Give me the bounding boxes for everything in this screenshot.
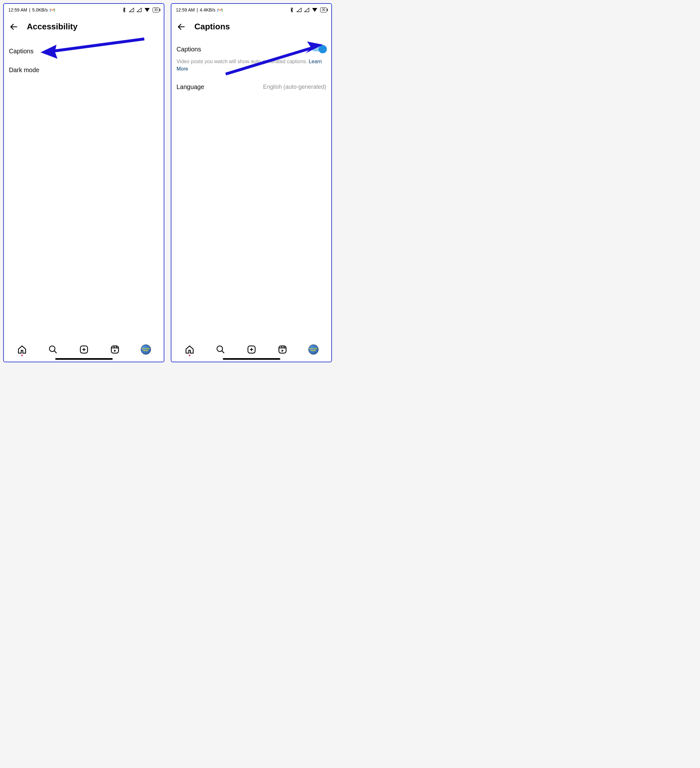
bluetooth-icon xyxy=(122,7,126,13)
nav-search[interactable] xyxy=(48,344,58,355)
back-button[interactable] xyxy=(176,22,186,32)
profile-avatar: BETTER HERE xyxy=(141,344,151,355)
gmail-icon xyxy=(217,8,222,12)
help-text-body: Video posts you watch will show auto-gen… xyxy=(176,59,307,64)
nav-profile[interactable]: BETTER HERE xyxy=(308,344,319,355)
gmail-icon xyxy=(50,8,55,12)
phone-accessibility: 12:59 AM | 5.0KB/s 30 Accessibility Capt… xyxy=(3,3,165,362)
phone-captions: 12:59 AM | 4.4KB/s 30 Captions Captions xyxy=(171,3,332,362)
back-button[interactable] xyxy=(9,22,19,32)
status-right: 30 xyxy=(289,7,327,13)
nav-home[interactable] xyxy=(17,344,27,355)
status-bar: 12:59 AM | 5.0KB/s 30 xyxy=(4,4,164,16)
header: Accessibility xyxy=(4,16,164,38)
svg-point-0 xyxy=(49,346,55,352)
nav-create[interactable] xyxy=(246,344,257,355)
status-left: 12:59 AM | 4.4KB/s xyxy=(176,7,222,13)
status-divider: | xyxy=(197,7,198,13)
battery-icon: 30 xyxy=(320,7,327,13)
status-bar: 12:59 AM | 4.4KB/s 30 xyxy=(171,4,331,16)
toggle-thumb xyxy=(318,45,327,53)
content-area: Captions Video posts you watch will show… xyxy=(171,38,331,339)
status-left: 12:59 AM | 5.0KB/s xyxy=(8,7,55,13)
battery-icon: 30 xyxy=(153,7,159,13)
page-title: Accessibility xyxy=(27,22,78,32)
nav-reels[interactable] xyxy=(109,344,120,355)
svg-rect-5 xyxy=(279,346,286,354)
status-right: 30 xyxy=(122,7,159,13)
nav-reels[interactable] xyxy=(277,344,288,355)
language-value: English (auto-generated) xyxy=(263,84,326,90)
wifi-icon xyxy=(312,8,318,12)
signal-1-icon xyxy=(297,8,302,12)
svg-point-3 xyxy=(217,346,222,352)
list-item-captions[interactable]: Captions xyxy=(9,42,159,61)
list-item-dark-mode[interactable]: Dark mode xyxy=(9,61,159,80)
wifi-icon xyxy=(144,8,150,12)
signal-2-icon xyxy=(137,8,142,12)
home-notification-dot xyxy=(189,355,190,356)
nav-profile[interactable]: BETTER HERE xyxy=(141,344,151,355)
status-divider: | xyxy=(29,7,30,13)
gesture-bar xyxy=(55,358,113,360)
status-time: 12:59 AM xyxy=(8,7,27,13)
gesture-bar xyxy=(223,358,280,360)
profile-avatar: BETTER HERE xyxy=(308,344,318,355)
captions-label: Captions xyxy=(176,46,201,53)
header: Captions xyxy=(171,16,331,38)
status-speed: 5.0KB/s xyxy=(32,7,48,13)
captions-toggle[interactable] xyxy=(312,45,326,53)
page-title: Captions xyxy=(194,22,230,32)
captions-help-text: Video posts you watch will show auto-gen… xyxy=(176,55,326,79)
signal-2-icon xyxy=(304,8,309,12)
status-speed: 4.4KB/s xyxy=(200,7,216,13)
bluetooth-icon xyxy=(289,7,294,13)
svg-rect-2 xyxy=(111,346,118,354)
nav-search[interactable] xyxy=(215,344,226,355)
language-row[interactable]: Language English (auto-generated) xyxy=(176,79,326,95)
captions-toggle-row[interactable]: Captions xyxy=(176,42,326,55)
status-time: 12:59 AM xyxy=(176,7,195,13)
language-label: Language xyxy=(176,83,204,91)
home-notification-dot xyxy=(21,355,23,356)
nav-home[interactable] xyxy=(184,344,195,355)
content-area: Captions Dark mode xyxy=(4,38,164,339)
signal-1-icon xyxy=(129,8,134,12)
nav-create[interactable] xyxy=(78,344,89,355)
